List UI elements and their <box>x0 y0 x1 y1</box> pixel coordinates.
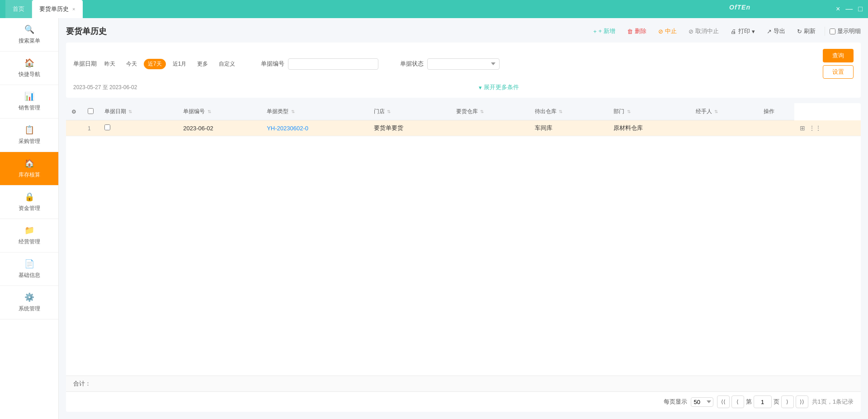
expand-icon: ▾ <box>479 84 482 91</box>
cancel-stop-button[interactable]: ⊘ 取消中止 <box>684 25 723 37</box>
content-area: 要货单历史 + + 新增 🗑 删除 ⊘ 中止 ⊘ 取消中止 <box>59 18 868 419</box>
page-nav: ⟨⟨ ⟨ 第 页 ⟩ ⟩⟩ <box>717 395 808 408</box>
dept-sort-icon[interactable]: ⇅ <box>627 109 631 114</box>
inventory-icon: 🏠 <box>24 158 34 168</box>
sidebar-item-search-menu[interactable]: 🔍 搜索菜单 <box>0 18 58 52</box>
page-first-button[interactable]: ⟨⟨ <box>717 395 730 408</box>
store-sort-icon[interactable]: ⇅ <box>387 109 391 114</box>
row-action: ⊞ ⋮⋮ <box>794 120 861 136</box>
date-btn-7days[interactable]: 近7天 <box>144 59 166 69</box>
per-page-select[interactable]: 50 100 <box>691 397 713 407</box>
row-edit-icon[interactable]: ⊞ <box>800 124 805 132</box>
status-label: 单据状态 <box>400 60 424 68</box>
toolbar-divider <box>825 27 825 36</box>
col-handler: 经手人 ⇅ <box>690 103 758 120</box>
sidebar-item-label: 资金管理 <box>19 205 40 212</box>
expand-label: 展开更多条件 <box>484 83 519 91</box>
doc-no-link[interactable]: YH-20230602-0 <box>267 125 308 132</box>
window-maximize-button[interactable]: □ <box>858 5 863 13</box>
handler-sort-icon[interactable]: ⇅ <box>714 109 718 114</box>
settings-button[interactable]: 设置 <box>823 65 854 79</box>
finance-icon: 🔒 <box>24 192 34 202</box>
row-out-warehouse: 原材料仓库 <box>608 120 690 136</box>
row-checkbox-cell <box>99 120 178 136</box>
page-prev-button[interactable]: ⟨ <box>731 395 744 408</box>
sidebar-item-basic-info[interactable]: 📄 基础信息 <box>0 252 58 286</box>
sidebar-item-finance[interactable]: 🔒 资金管理 <box>0 186 58 219</box>
sidebar-item-label: 库存核算 <box>19 171 40 179</box>
row-doc-date: 2023-06-02 <box>178 120 261 136</box>
export-icon: ↗ <box>767 28 772 35</box>
row-checkbox[interactable] <box>104 124 110 130</box>
sidebar-item-label: 经营管理 <box>19 238 40 246</box>
sidebar-item-label: 采购管理 <box>19 138 40 145</box>
req-warehouse-sort-icon[interactable]: ⇅ <box>480 109 484 114</box>
date-label: 单据日期 <box>73 60 97 68</box>
sidebar-item-quick-nav[interactable]: 🏠 快捷导航 <box>0 52 58 85</box>
doc-type-sort-icon[interactable]: ⇅ <box>291 109 295 114</box>
refresh-button[interactable]: ↻ 刷新 <box>793 25 820 37</box>
date-btn-1month[interactable]: 近1月 <box>169 59 191 69</box>
table-footer: 合计： <box>66 376 861 391</box>
window-minimize-button[interactable]: — <box>845 5 853 13</box>
delete-icon: 🗑 <box>627 28 633 35</box>
row-req-warehouse: 车间库 <box>529 120 608 136</box>
expand-more-button[interactable]: ▾ 展开更多条件 <box>479 83 519 91</box>
sidebar-item-inventory[interactable]: 🏠 库存核算 <box>0 152 58 186</box>
date-filter-buttons: 昨天 今天 近7天 近1月 更多 自定义 <box>100 59 239 69</box>
tab-requisition-history[interactable]: 要货单历史 × <box>32 0 83 18</box>
date-btn-custom[interactable]: 自定义 <box>215 59 239 69</box>
summary-label: 合计： <box>73 380 91 388</box>
search-row-1: 单据日期 昨天 今天 近7天 近1月 更多 自定义 单据编号 <box>73 49 854 79</box>
search-row-2: 2023-05-27 至 2023-06-02 ▾ 展开更多条件 <box>73 83 854 91</box>
doc-date-sort-icon[interactable]: ⇅ <box>128 109 132 114</box>
page-next-button[interactable]: ⟩ <box>781 395 794 408</box>
quick-nav-icon: 🏠 <box>24 58 34 68</box>
new-button[interactable]: + + 新增 <box>589 25 620 37</box>
date-btn-today[interactable]: 今天 <box>122 59 141 69</box>
select-all-checkbox[interactable] <box>88 108 94 114</box>
tab-home[interactable]: 首页 <box>5 0 32 18</box>
sidebar-item-label: 系统管理 <box>19 305 40 313</box>
doc-no-sort-icon[interactable]: ⇅ <box>208 109 211 114</box>
stop-button[interactable]: ⊘ 中止 <box>654 25 681 37</box>
brand-label: OfTEn <box>729 4 750 11</box>
doc-no-input[interactable] <box>288 58 378 70</box>
window-close-button[interactable]: × <box>836 5 840 13</box>
delete-button[interactable]: 🗑 删除 <box>623 25 651 37</box>
date-filter-field: 单据日期 昨天 今天 近7天 近1月 更多 自定义 <box>73 59 239 69</box>
sidebar-item-system[interactable]: ⚙️ 系统管理 <box>0 286 58 319</box>
stop-icon: ⊘ <box>658 28 663 35</box>
settings-icon[interactable]: ⚙ <box>71 109 76 115</box>
export-button[interactable]: ↗ 导出 <box>762 25 790 37</box>
page-label-suffix: 页 <box>774 398 779 406</box>
search-bar: 单据日期 昨天 今天 近7天 近1月 更多 自定义 单据编号 <box>66 43 861 98</box>
show-detail-checkbox-label[interactable]: 显示明细 <box>830 27 861 35</box>
row-more-icon[interactable]: ⋮⋮ <box>809 124 821 132</box>
page-number-input[interactable] <box>754 395 772 408</box>
col-out-warehouse: 待出仓库 ⇅ <box>529 103 608 120</box>
status-select[interactable] <box>427 58 500 70</box>
sidebar-item-sales[interactable]: 📊 销售管理 <box>0 85 58 119</box>
sidebar: 🔍 搜索菜单 🏠 快捷导航 📊 销售管理 📋 采购管理 🏠 库存核算 🔒 资金管… <box>0 18 59 419</box>
out-warehouse-sort-icon[interactable]: ⇅ <box>559 109 562 114</box>
date-btn-yesterday[interactable]: 昨天 <box>100 59 119 69</box>
tab-close-icon[interactable]: × <box>72 6 75 12</box>
show-detail-label: 显示明细 <box>837 27 861 35</box>
sidebar-item-purchase[interactable]: 📋 采购管理 <box>0 119 58 152</box>
search-menu-icon: 🔍 <box>24 24 34 34</box>
refresh-icon: ↻ <box>797 28 802 35</box>
print-button[interactable]: 🖨 打印 ▾ <box>726 25 760 37</box>
date-btn-more[interactable]: 更多 <box>193 59 212 69</box>
date-range-display: 2023-05-27 至 2023-06-02 <box>73 84 137 91</box>
page-title: 要货单历史 <box>66 26 107 37</box>
system-icon: ⚙️ <box>24 292 34 302</box>
tab-home-label: 首页 <box>13 5 24 13</box>
page-last-button[interactable]: ⟩⟩ <box>796 395 808 408</box>
query-button[interactable]: 查询 <box>823 49 854 62</box>
table-row: 1 2023-06-02 YH-20230602-0 要货单要货 车间 <box>66 120 861 136</box>
purchase-icon: 📋 <box>24 125 34 135</box>
show-detail-checkbox[interactable] <box>830 29 835 34</box>
sidebar-item-operations[interactable]: 📁 经营管理 <box>0 219 58 252</box>
col-checkbox <box>82 103 99 120</box>
